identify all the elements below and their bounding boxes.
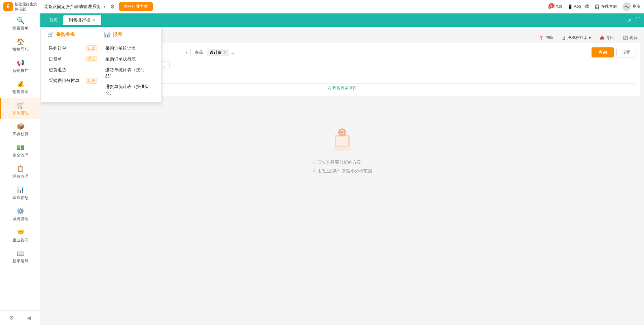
tab-home[interactable]: 首页	[44, 15, 63, 25]
tab-home-label: 首页	[49, 17, 58, 23]
export-icon: 📤	[600, 36, 605, 40]
business-col-icon: 🛒	[47, 31, 54, 38]
menu-item-return[interactable]: 进货退货	[47, 65, 98, 75]
phone-icon: 📱	[568, 4, 573, 9]
sidebar-item-inventory[interactable]: 📦 库存核算	[0, 119, 40, 140]
user-menu-btn[interactable]: Ea 用友	[622, 2, 641, 11]
sidebar-bottom: ⚙ ◀	[0, 310, 40, 325]
sidebar-item-enterprise[interactable]: 🤝 企业协同	[0, 225, 40, 246]
refresh-label: 刷新	[629, 35, 637, 41]
hint2-num: ②	[312, 169, 316, 173]
top-bar: 6 畅捷通好生意 标准版 装备及固定资产辅助管理系统 ▾ ⚙ 体验行业方案 💬 …	[0, 0, 644, 13]
message-badge: 5	[549, 3, 554, 8]
sidebar-collapse-btn[interactable]: ◀	[26, 313, 32, 322]
menu-item-inbound-by-goods[interactable]: 进货单统计表（按商品）	[104, 65, 155, 81]
menu-item-inbound-goods-label: 进货单统计表（按商品）	[105, 67, 153, 79]
hint1-text: 请先选择要分析的方案	[317, 160, 361, 165]
system-title-dropdown[interactable]: ▾	[103, 4, 106, 9]
salesperson-more[interactable]: ...	[163, 63, 167, 68]
search-icon: 🔍	[17, 17, 24, 24]
menu-item-po-stats-label: 采购订单统计表	[105, 45, 136, 51]
print-btn[interactable]: 🖨 按模板打印 ▾	[559, 34, 594, 42]
basic-info-icon: 📊	[17, 186, 24, 194]
tab-close-all-btn[interactable]: ✕	[628, 17, 632, 24]
expense-history-badge: 历史	[86, 78, 97, 84]
sidebar-item-inventory-label: 库存核算	[12, 131, 29, 137]
sidebar-item-purchase-label: 采购管理	[12, 110, 29, 116]
headset-icon: 🎧	[595, 4, 600, 9]
app-download-btn[interactable]: 📱 App下载	[568, 4, 589, 9]
settings-icon[interactable]: ⚙	[108, 3, 116, 11]
user-label: 用友	[633, 4, 641, 9]
settings-btn[interactable]: 设置	[616, 48, 636, 57]
tab-fullscreen-btn[interactable]: ⛶	[635, 17, 641, 23]
industry-btn[interactable]: 体验行业方案	[119, 2, 153, 11]
sidebar-item-finance[interactable]: 💵 资金管理	[0, 140, 40, 162]
menu-item-inbound-by-supplier[interactable]: 进货单统计表（按供应商）	[104, 81, 155, 98]
help-icon: ❓	[539, 36, 544, 40]
system-icon: ⚙️	[17, 207, 24, 215]
sidebar-item-basic-info[interactable]: 📊 基础信息	[0, 183, 40, 204]
sidebar-item-operations[interactable]: 📋 经营管理	[0, 162, 40, 183]
sidebar-item-quick-nav[interactable]: 🏠 快捷导航	[0, 35, 40, 56]
sidebar-item-system[interactable]: ⚙️ 系统管理	[0, 204, 40, 225]
print-dropdown-icon: ▾	[589, 36, 591, 40]
menu-item-inbound[interactable]: 进货单 历史	[47, 54, 98, 65]
menu-item-po-exec[interactable]: 采购订单执行表	[104, 54, 155, 65]
content-area: 首页 销售排行榜 ✕ ✕ ⛶ ❓ 帮助 🖨 按模板打印	[40, 13, 644, 325]
sidebar-item-guide[interactable]: 📖 新手引导	[0, 246, 40, 268]
sidebar: 🔍 搜索菜单 🏠 快捷导航 📢 营销推广 💰 销售管理 🛒 采购管理 📦 库存核…	[0, 13, 40, 325]
sales-icon: 💰	[17, 80, 24, 88]
help-label: 帮助	[545, 35, 553, 41]
menu-item-expense[interactable]: 采购费用分摊单 历史	[47, 75, 98, 86]
menu-item-po[interactable]: 采购订单 历史	[47, 43, 98, 54]
refresh-btn[interactable]: 🔄 刷新	[620, 34, 640, 42]
goods-chip-close[interactable]: ✕	[223, 50, 226, 55]
operations-icon: 📋	[17, 165, 24, 172]
svg-point-5	[341, 131, 343, 133]
po-history-badge: 历史	[86, 45, 97, 51]
query-btn[interactable]: 查询	[592, 47, 614, 57]
sidebar-item-operations-label: 经营管理	[12, 174, 29, 179]
logo-area: 6 畅捷通好生意 标准版	[3, 2, 44, 11]
sidebar-item-search[interactable]: 🔍 搜索菜单	[0, 13, 40, 35]
empty-icon	[329, 126, 356, 153]
menu-item-po-label: 采购订单	[49, 45, 66, 51]
sidebar-item-sales-label: 销售管理	[12, 89, 29, 95]
voucher-status-arrow: ▾	[186, 50, 188, 55]
sidebar-item-finance-label: 资金管理	[12, 153, 29, 158]
tab-sales-ranking[interactable]: 销售排行榜 ✕	[63, 15, 101, 25]
system-title: 装备及固定资产辅助管理系统	[44, 4, 101, 10]
purchase-icon: 🛒	[17, 101, 24, 109]
message-btn[interactable]: 💬 5 消息	[548, 4, 562, 9]
sidebar-item-sales[interactable]: 💰 销售管理	[0, 77, 40, 98]
export-btn[interactable]: 📤 导出	[597, 34, 617, 42]
menu-item-po-exec-label: 采购订单执行表	[105, 56, 136, 62]
goods-chip: 设计费 ✕	[207, 49, 229, 56]
help-btn[interactable]: ❓ 帮助	[536, 34, 556, 42]
inventory-icon: 📦	[17, 123, 24, 130]
purchase-dropdown-menu: 🛒 采购业务 采购订单 历史 进货单 历史 进货退货	[40, 27, 162, 103]
sidebar-settings-btn[interactable]: ⚙	[8, 313, 15, 322]
report-col-icon: 📊	[104, 31, 111, 38]
sidebar-item-basic-info-label: 基础信息	[12, 195, 29, 201]
tab-bar: 首页 销售排行榜 ✕ ✕ ⛶	[40, 13, 644, 27]
refresh-icon: 🔄	[623, 36, 628, 40]
sidebar-item-marketing-label: 营销推广	[12, 68, 29, 74]
menu-col-report: 📊 报表 采购订单统计表 采购订单执行表 进货单统计表（按商品） 进货单统计表（…	[101, 31, 157, 98]
online-service-label: 在线客服	[601, 4, 617, 9]
svg-rect-2	[336, 136, 348, 146]
hint1-num: ①	[312, 160, 316, 165]
empty-hint: ① 请先选择要分析的方案 ② 用[过滤]条件来缩小分析范围	[312, 158, 372, 175]
menu-col-business: 🛒 采购业务 采购订单 历史 进货单 历史 进货退货	[45, 31, 101, 98]
top-right: 💬 5 消息 📱 App下载 🎧 在线客服 Ea 用友	[548, 2, 641, 11]
sidebar-item-purchase[interactable]: 🛒 采购管理	[0, 98, 40, 119]
finance-icon: 💵	[17, 144, 24, 151]
sidebar-item-search-label: 搜索菜单	[12, 26, 29, 31]
avatar: Ea	[622, 2, 631, 11]
goods-more-btn[interactable]: ...	[230, 50, 234, 55]
tab-close-icon[interactable]: ✕	[93, 18, 96, 23]
online-service-btn[interactable]: 🎧 在线客服	[595, 4, 617, 9]
menu-item-po-stats[interactable]: 采购订单统计表	[104, 43, 155, 54]
sidebar-item-marketing[interactable]: 📢 营销推广	[0, 56, 40, 77]
